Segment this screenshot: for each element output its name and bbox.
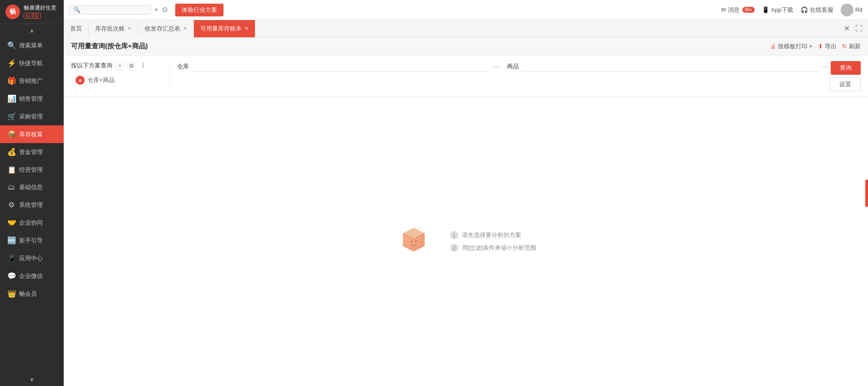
warehouse-more[interactable]: ⋯ bbox=[492, 62, 500, 71]
trial-button[interactable]: 体验行业方案 bbox=[175, 4, 223, 16]
phone-icon: 📱 bbox=[762, 6, 769, 13]
content-header: 可用量查询(按仓库+商品) 🖨 按模板打印 ▾ ⬆ 导出 ↻ 刷新 bbox=[64, 37, 868, 56]
tab-expand-btn[interactable]: ⛶ bbox=[853, 23, 864, 35]
goods-field: 商品 ⋯ bbox=[507, 61, 830, 72]
query-button[interactable]: 查询 bbox=[831, 61, 861, 75]
sidebar-scroll-down[interactable]: ▼ bbox=[0, 374, 64, 386]
tab-batch-account-close[interactable]: ✕ bbox=[127, 26, 132, 31]
header-actions: 🖨 按模板打印 ▾ ⬆ 导出 ↻ 刷新 bbox=[770, 42, 861, 51]
sidebar-header: 畅 畅康通好生意 标准版 bbox=[0, 0, 64, 24]
sidebar-item-enterprise[interactable]: 🤝 企业协同 bbox=[0, 214, 64, 232]
empty-hints: 1 请先选择要分析的方案 2 用[过滤]条件来缩小分析范围 bbox=[450, 231, 536, 252]
sidebar-item-label: 畅会员 bbox=[19, 290, 37, 298]
warehouse-input[interactable] bbox=[193, 61, 489, 72]
query-actions: 查询 设置 bbox=[830, 61, 861, 91]
tab-home-label: 首页 bbox=[70, 25, 82, 33]
tab-home[interactable]: 首页 bbox=[64, 20, 89, 37]
sidebar-item-shortcut[interactable]: ⚡ 快捷导航 bbox=[0, 54, 64, 72]
message-icon: ✉ bbox=[721, 6, 726, 13]
inventory-icon: 📦 bbox=[7, 130, 15, 139]
sidebar-item-member[interactable]: 👑 畅会员 bbox=[0, 285, 64, 303]
add-scheme-btn[interactable]: ＋ bbox=[115, 61, 124, 70]
template-print-btn[interactable]: 🖨 按模板打印 ▾ bbox=[770, 42, 812, 51]
sidebar-item-system[interactable]: ⚙ 系统管理 bbox=[0, 196, 64, 214]
sidebar-item-label: 系统管理 bbox=[19, 201, 43, 209]
query-scheme-title: 按以下方案查询 bbox=[71, 62, 112, 70]
goods-input[interactable] bbox=[523, 61, 819, 72]
refresh-label: 刷新 bbox=[849, 42, 861, 51]
empty-hint-2: 2 用[过滤]条件来缩小分析范围 bbox=[450, 244, 536, 252]
scheme-warehouse-goods[interactable]: ⊕ 仓库+商品 bbox=[71, 73, 162, 87]
top-bar: 🔍 ▾ ⚙ 体验行业方案 ✉ 消息 99+ 📱 App下载 🎧 在线客服 Rit bbox=[64, 0, 868, 20]
sidebar-item-label: 资金管理 bbox=[19, 148, 43, 156]
top-bar-right: ✉ 消息 99+ 📱 App下载 🎧 在线客服 Rit bbox=[721, 4, 863, 16]
svg-point-5 bbox=[415, 240, 417, 242]
sidebar-item-appcenter[interactable]: 📱 应用中心 bbox=[0, 249, 64, 267]
sidebar-item-purchase[interactable]: 🛒 采购管理 bbox=[0, 108, 64, 125]
purchase-icon: 🛒 bbox=[7, 112, 15, 121]
search-box[interactable]: 🔍 bbox=[69, 5, 151, 15]
tab-available-ledger[interactable]: 可用量库存账本 ✕ bbox=[194, 20, 255, 37]
service-icon: 🎧 bbox=[801, 6, 808, 13]
collapse-btn[interactable]: 《 bbox=[139, 62, 145, 70]
online-service-item[interactable]: 🎧 在线客服 bbox=[801, 6, 833, 14]
sidebar-item-label: 采购管理 bbox=[19, 113, 43, 121]
tab-available-ledger-label: 可用量库存账本 bbox=[200, 25, 242, 33]
sidebar-item-guide[interactable]: 🆕 新手引导 bbox=[0, 232, 64, 249]
sidebar-item-finance[interactable]: 💰 资金管理 bbox=[0, 143, 64, 161]
settings-button[interactable]: 设置 bbox=[830, 77, 861, 91]
tab-available-ledger-close[interactable]: ✕ bbox=[244, 26, 249, 31]
empty-hint-1: 1 请先选择要分析的方案 bbox=[450, 231, 536, 239]
sidebar-item-label: 企业协同 bbox=[19, 219, 43, 227]
marketing-icon: 🎁 bbox=[7, 77, 15, 85]
sidebar-item-sales[interactable]: 📊 销售管理 bbox=[0, 90, 64, 108]
hint-text-1: 请先选择要分析的方案 bbox=[462, 231, 521, 239]
right-scroll-handle[interactable] bbox=[865, 180, 868, 207]
message-item[interactable]: ✉ 消息 99+ bbox=[721, 6, 755, 14]
sidebar-item-label: 企业微信 bbox=[19, 272, 43, 280]
dropdown-icon[interactable]: ▾ bbox=[809, 43, 812, 50]
sidebar-nav: 🔍 搜索菜单 ⚡ 快捷导航 🎁 营销推广 📊 销售管理 🛒 采购管理 📦 库存核… bbox=[0, 36, 64, 374]
tab-inventory-summary-close[interactable]: ✕ bbox=[183, 26, 187, 31]
sidebar-item-operation[interactable]: 📋 经营管理 bbox=[0, 161, 64, 179]
sidebar-scroll-up[interactable]: ▲ bbox=[0, 24, 64, 36]
sidebar: 畅 畅康通好生意 标准版 ▲ 🔍 搜索菜单 ⚡ 快捷导航 🎁 营销推广 📊 销售… bbox=[0, 0, 64, 386]
tab-close-all-btn[interactable]: ✕ bbox=[842, 22, 852, 35]
app-download-item[interactable]: 📱 App下载 bbox=[762, 6, 793, 14]
dropdown-icon[interactable]: ▾ bbox=[155, 6, 158, 13]
goods-more[interactable]: ⋯ bbox=[822, 62, 830, 71]
tabs-right: ✕ ⛶ bbox=[842, 22, 868, 35]
avatar bbox=[841, 4, 853, 16]
query-fields: 仓库 ⋯ 商品 ⋯ bbox=[177, 61, 830, 72]
manage-scheme-btn[interactable]: ⚙ bbox=[127, 61, 136, 70]
sidebar-item-inventory[interactable]: 📦 库存核算 bbox=[0, 125, 64, 143]
svg-point-4 bbox=[411, 240, 413, 242]
tab-inventory-summary[interactable]: 收发存汇总表 ✕ bbox=[138, 20, 194, 37]
export-btn[interactable]: ⬆ 导出 bbox=[818, 42, 837, 51]
sidebar-item-basic[interactable]: 🗂 基础信息 bbox=[0, 179, 64, 196]
sidebar-item-marketing[interactable]: 🎁 营销推广 bbox=[0, 72, 64, 90]
main-area: 🔍 ▾ ⚙ 体验行业方案 ✉ 消息 99+ 📱 App下载 🎧 在线客服 Rit bbox=[64, 0, 868, 386]
sidebar-logo: 畅 bbox=[5, 5, 20, 19]
sidebar-item-label: 快捷导航 bbox=[19, 59, 43, 67]
query-panel: 按以下方案查询 ＋ ⚙ 《 ⊕ 仓库+商品 仓库 ⋯ bbox=[64, 56, 868, 97]
svg-text:~: ~ bbox=[405, 226, 406, 229]
tab-inventory-summary-label: 收发存汇总表 bbox=[145, 25, 180, 33]
tab-batch-account[interactable]: 库存批次账 ✕ bbox=[89, 20, 138, 37]
user-profile[interactable]: Rit bbox=[841, 4, 863, 16]
basic-icon: 🗂 bbox=[7, 183, 15, 191]
sidebar-edition: 标准版 bbox=[24, 13, 41, 19]
refresh-icon: ↻ bbox=[842, 43, 847, 50]
goods-label: 商品 bbox=[507, 62, 519, 71]
operation-icon: 📋 bbox=[7, 165, 15, 174]
sidebar-item-wechat[interactable]: 💬 企业微信 bbox=[0, 267, 64, 285]
search-input[interactable] bbox=[82, 7, 142, 13]
query-schemes: 按以下方案查询 ＋ ⚙ 《 ⊕ 仓库+商品 bbox=[71, 61, 162, 87]
sidebar-item-label: 新手引导 bbox=[19, 237, 43, 245]
scheme-icon: ⊕ bbox=[76, 76, 85, 85]
export-icon: ⬆ bbox=[818, 43, 823, 50]
hint-number-1: 1 bbox=[450, 231, 458, 239]
settings-icon[interactable]: ⚙ bbox=[162, 5, 168, 14]
refresh-btn[interactable]: ↻ 刷新 bbox=[842, 42, 861, 51]
sidebar-item-search[interactable]: 🔍 搜索菜单 bbox=[0, 36, 64, 54]
